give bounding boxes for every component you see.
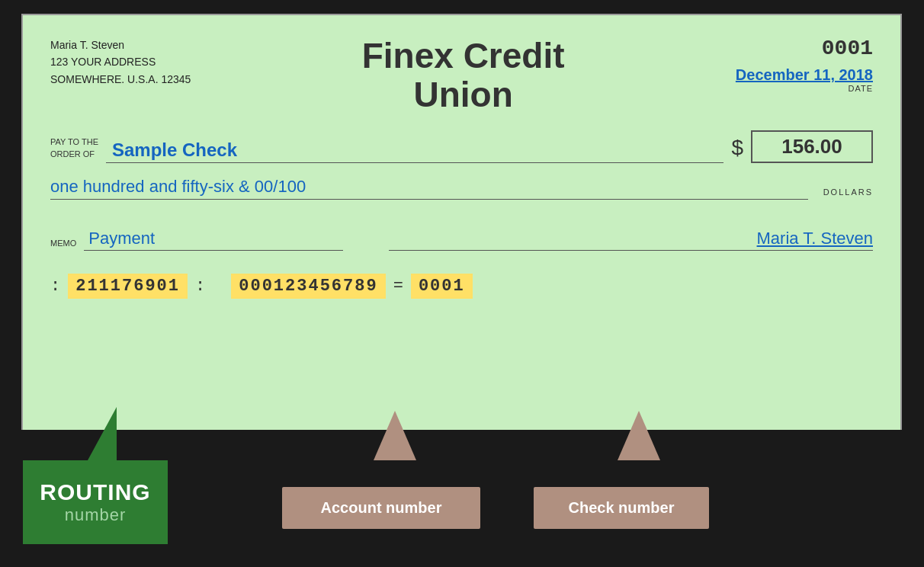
micr-equals-symbol: = bbox=[393, 277, 403, 296]
check-number-label-text: Check number bbox=[569, 499, 675, 517]
bottom-labels-area: ROUTING number Account number Check numb… bbox=[0, 430, 924, 567]
written-amount-row: one hundred and fifty-six & 00/100 DOLLA… bbox=[50, 177, 873, 200]
signature-value: Maria T. Steven bbox=[757, 229, 873, 248]
date-value: December 11, 2018 bbox=[736, 66, 873, 84]
micr-check-number: 0001 bbox=[411, 274, 473, 299]
micr-open-symbol: : bbox=[50, 277, 60, 296]
bank-name: Finex Credit Union bbox=[191, 37, 735, 114]
amount-value: 156.00 bbox=[781, 135, 842, 158]
sender-name: Maria T. Steven bbox=[50, 37, 191, 53]
sender-address2: SOMEWHERE. U.S.A. 12345 bbox=[50, 71, 191, 88]
routing-number-label: ROUTING number bbox=[23, 460, 168, 544]
pay-to-label: PAY TO THE ORDER OF bbox=[50, 136, 98, 160]
written-amount: one hundred and fifty-six & 00/100 bbox=[50, 177, 808, 200]
micr-account-number: 000123456789 bbox=[231, 274, 385, 299]
check-number-label: Check number bbox=[534, 487, 709, 529]
memo-line: Payment bbox=[84, 229, 343, 251]
micr-close-symbol: : bbox=[195, 277, 205, 296]
account-number-label: Account number bbox=[282, 487, 480, 529]
memo-value: Payment bbox=[88, 229, 155, 248]
micr-routing-number: 211176901 bbox=[68, 274, 188, 299]
date-area: December 11, 2018 DATE bbox=[736, 66, 873, 93]
account-arrow bbox=[374, 411, 416, 460]
account-number-label-text: Account number bbox=[321, 499, 442, 517]
check-document: Maria T. Steven 123 YOUR ADDRESS SOMEWHE… bbox=[21, 14, 902, 444]
micr-row: : 211176901 : 000123456789 = 0001 bbox=[50, 274, 873, 299]
payee-name: Sample Check bbox=[112, 139, 237, 160]
check-arrow bbox=[618, 411, 660, 460]
pay-to-row: PAY TO THE ORDER OF Sample Check $ 156.0… bbox=[50, 130, 873, 163]
routing-label-bottom: number bbox=[65, 505, 127, 525]
sender-info: Maria T. Steven 123 YOUR ADDRESS SOMEWHE… bbox=[50, 37, 191, 88]
signature-line: Maria T. Steven bbox=[389, 229, 873, 251]
date-label: DATE bbox=[736, 84, 873, 93]
check-top-row: Maria T. Steven 123 YOUR ADDRESS SOMEWHE… bbox=[50, 37, 873, 114]
routing-label-top: ROUTING bbox=[40, 479, 150, 505]
amount-box: 156.00 bbox=[751, 130, 873, 163]
dollars-label: DOLLARS bbox=[823, 187, 873, 197]
pay-to-name-line: Sample Check bbox=[106, 139, 723, 163]
memo-label: MEMO bbox=[50, 239, 76, 248]
sender-address1: 123 YOUR ADDRESS bbox=[50, 53, 191, 70]
check-number-date-area: 0001 December 11, 2018 DATE bbox=[736, 37, 873, 93]
dollar-sign: $ bbox=[731, 136, 743, 160]
memo-row: MEMO Payment Maria T. Steven bbox=[50, 229, 873, 251]
routing-arrow bbox=[88, 407, 117, 460]
check-number-display: 0001 bbox=[736, 37, 873, 60]
